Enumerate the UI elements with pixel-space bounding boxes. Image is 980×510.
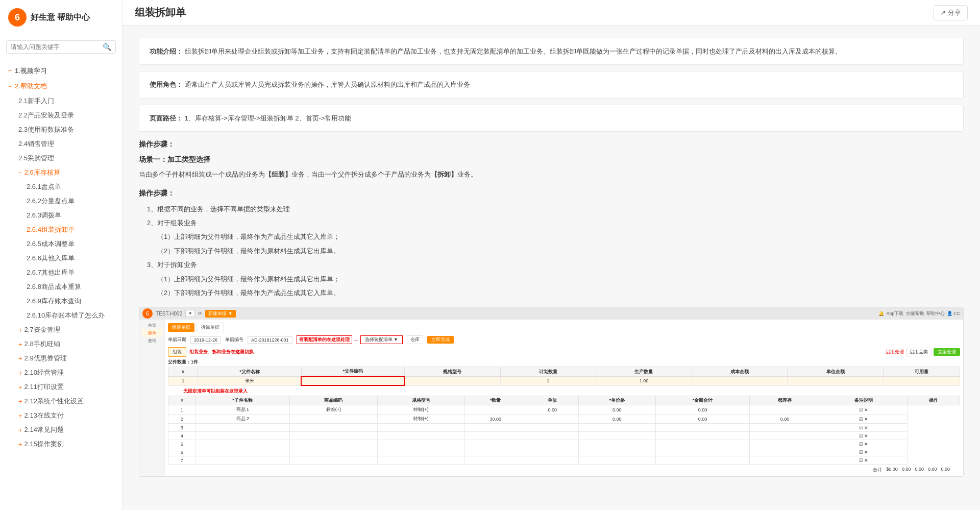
sidebar-item-2-11[interactable]: + 2.11打印设置 <box>14 380 122 394</box>
col-c-unit: 单位 <box>526 396 579 405</box>
mini-right-icons: 🔔App下载功能帮助帮助中心👤 CC <box>878 310 960 317</box>
plus-icon-2-7: + <box>18 326 22 334</box>
cell-1-code <box>301 376 404 385</box>
cell-1-unitcost <box>788 376 884 385</box>
sidebar-item-2-12[interactable]: + 2.12系统个性化设置 <box>14 394 122 408</box>
sidebar-item-2-6-2[interactable]: 2.6.2分量盘点单 <box>22 194 122 208</box>
role-text: 通常由生产人员或库管人员完成拆装业务的操作，库管人员确认原材料的出库和产成品的入… <box>185 81 470 88</box>
mini-select-type-btn: 选择装配清单 ▼ <box>360 335 403 344</box>
mini-group-switch: 组装 <box>168 347 186 357</box>
sidebar-item-2-9[interactable]: + 2.9优惠券管理 <box>14 351 122 366</box>
search-box[interactable]: 🔍 <box>6 40 116 54</box>
sidebar-item-2-6-7[interactable]: 2.6.7其他出库单 <box>22 265 122 280</box>
sidebar-item-2-5[interactable]: 2.5采购管理 <box>14 151 122 165</box>
annotation-arrow-1: → <box>353 336 359 344</box>
annotation-3-text: 启用处理 <box>886 349 904 355</box>
sidebar-item-2-6-5[interactable]: 2.6.5成本调整单 <box>22 237 122 251</box>
col-no: # <box>168 367 198 377</box>
sidebar-item-2-15-label: 2.15操作案例 <box>24 440 64 449</box>
cell-1-no: 1 <box>168 376 198 385</box>
mini-content: 组装单据 拆卸单据 单据日期 2019-12-26 单据编号 AD-201912… <box>165 320 963 476</box>
sidebar-item-2-3[interactable]: 2.3使用前数据准备 <box>14 123 122 137</box>
sidebar-item-2-6-4[interactable]: 2.6.4组装拆卸单 <box>22 223 122 237</box>
intro-label: 功能介绍： <box>150 47 183 55</box>
screenshot-container: 6 TEST-H002 ▼ ⟳ 新建单据 ▼ 🔔App下载功能帮助帮助中心👤 C… <box>139 307 964 477</box>
app-name: 好生意 帮助中心 <box>31 12 90 23</box>
mini-date-label: 单据日期 <box>168 336 186 343</box>
share-button[interactable]: ↗ 分享 <box>934 5 968 20</box>
role-block: 使用角色： 通常由生产人员或库管人员完成拆装业务的操作，库管人员确认原材料的出库… <box>139 71 964 98</box>
col-parent-no: *父件编码 <box>301 367 404 377</box>
sidebar-item-2-13-label: 2.13在线支付 <box>24 411 64 420</box>
sidebar-item-2-14-label: 2.14常见问题 <box>24 425 64 434</box>
mini-child-row-1: 1 商品 1 标准(+) 特制(+) 0.00 0.00 0.00 ☑ ✕ <box>168 405 960 415</box>
ops-title: 操作步骤： <box>139 140 964 149</box>
sidebar-item-1-label: 1.视频学习 <box>15 66 47 76</box>
mini-child-row-7: 7 ☑ ✕ <box>168 456 960 465</box>
col-remark: 可用量 <box>883 367 960 377</box>
sidebar-item-2-6[interactable]: − 2.6库存核算 <box>14 165 122 180</box>
sidebar-item-2-6-1[interactable]: 2.6.1盘点单 <box>22 180 122 194</box>
search-area: 🔍 <box>0 35 122 59</box>
sidebar-item-2-13[interactable]: + 2.13在线支付 <box>14 408 122 423</box>
sidebar-item-2-1[interactable]: 2.1新手入门 <box>14 94 122 108</box>
sidebar-item-2-15[interactable]: + 2.15操作案例 <box>14 437 122 451</box>
path-text: 1、库存核算->库存管理->组装拆卸单 2、首页->常用功能 <box>185 114 352 122</box>
total-label-5: 0.00 <box>941 467 950 473</box>
sidebar-item-2-6-6[interactable]: 2.6.6其他入库单 <box>22 251 122 265</box>
sidebar-item-2-8[interactable]: + 2.8手机旺铺 <box>14 337 122 351</box>
sidebar-item-2[interactable]: − 2.帮助文档 <box>0 79 122 94</box>
mini-enable-select: 启用品类 <box>906 348 932 356</box>
col-c-no: # <box>168 396 195 405</box>
sidebar-item-2-7[interactable]: + 2.7资金管理 <box>14 323 122 337</box>
sidebar-item-2-4[interactable]: 2.4销售管理 <box>14 137 122 151</box>
mini-child-row-6: 6 ☑ ✕ <box>168 448 960 456</box>
sidebar-item-2-9-label: 2.9优惠券管理 <box>24 354 67 363</box>
sidebar-item-2-12-label: 2.12系统个性化设置 <box>24 397 84 406</box>
topbar: 组装拆卸单 ↗ 分享 <box>122 0 980 26</box>
intro-text: 组装拆卸单用来处理企业组装或拆卸等加工业务，支持有固定装配清单的产品加工业务，也… <box>185 47 842 55</box>
mini-parent-table: # *父件名称 *父件编码 规格型号 计划数量 生产数量 成本金额 单位金额 可… <box>168 367 960 386</box>
total-label-2: 0.00 <box>902 467 911 473</box>
total-label-4: 0.00 <box>928 467 937 473</box>
mini-warehouse: 仓库 <box>407 335 423 344</box>
cell-1-actualqty: 1.00 <box>596 376 692 385</box>
sidebar-item-2-6-9[interactable]: 2.6.9库存账本查询 <box>22 294 122 308</box>
sidebar-item-2-10[interactable]: + 2.10经营管理 <box>14 366 122 380</box>
expand-icon-1: + <box>8 67 12 75</box>
mini-main-layout: 首页 新单 查询 组装单据 拆卸单据 单据日期 2019-12-26 单 <box>139 320 963 476</box>
mini-no-value: AD-20191226-001 <box>248 336 292 344</box>
sidebar-item-2-2[interactable]: 2.2产品安装及登录 <box>14 108 122 123</box>
annotation-2-text: 组装业务、拆卸业务在这里切换 <box>189 349 254 355</box>
mini-nav-item-2: 新单 <box>141 329 162 337</box>
col-c-price: *单价格 <box>579 396 656 405</box>
sidebar-item-2-6-3[interactable]: 2.6.3调拨单 <box>22 208 122 223</box>
cell-1-planqty: 1 <box>500 376 596 385</box>
sidebar-item-2-14[interactable]: + 2.14常见问题 <box>14 423 122 437</box>
col-c-amount: *金额合计 <box>655 396 750 405</box>
sidebar-item-1[interactable]: + 1.视频学习 <box>0 63 122 79</box>
cell-1-name: 米米 <box>198 376 301 385</box>
search-input[interactable] <box>11 43 103 51</box>
share-label: 分享 <box>948 8 961 17</box>
mini-child-row-5: 5 ☑ ✕ <box>168 440 960 448</box>
intro-block: 功能介绍： 组装拆卸单用来处理企业组装或拆卸等加工业务，支持有固定装配清单的产品… <box>139 38 964 65</box>
sidebar-item-2-6-10[interactable]: 2.6.10库存账本错了怎么办 <box>22 308 122 323</box>
plus-icon-2-10: + <box>18 369 22 377</box>
step-3-2: （2）下部明细为子件明细，最终作为产成品生成其它入库单。 <box>157 287 964 299</box>
ops-steps-title: 操作步骤： <box>139 189 964 198</box>
mini-enable-btn: 立案处理 <box>934 348 960 356</box>
logo-area: 6 好生意 帮助中心 <box>0 0 122 35</box>
plus-icon-2-9: + <box>18 355 22 362</box>
mini-tab-disassemble: 拆卸单据 <box>197 323 224 332</box>
path-label: 页面路径： <box>150 114 183 122</box>
path-block: 页面路径： 1、库存核算->库存管理->组装拆卸单 2、首页->常用功能 <box>139 105 964 132</box>
col-spec: 规格型号 <box>404 367 500 377</box>
mini-logo: 6 <box>142 308 153 319</box>
scene1-title: 场景一：加工类型选择 <box>139 155 964 164</box>
mini-tabs: 组装单据 拆卸单据 <box>168 323 960 332</box>
scene1-desc-mid: 业务，当由一个父件拆分成多个子产品的业务为 <box>291 171 431 178</box>
mini-refresh: ⟳ <box>198 311 202 316</box>
sidebar-item-2-6-8[interactable]: 2.6.8商品成本重算 <box>22 280 122 294</box>
nav-sub-2: 2.1新手入门 2.2产品安装及登录 2.3使用前数据准备 2.4销售管理 2.… <box>0 94 122 451</box>
